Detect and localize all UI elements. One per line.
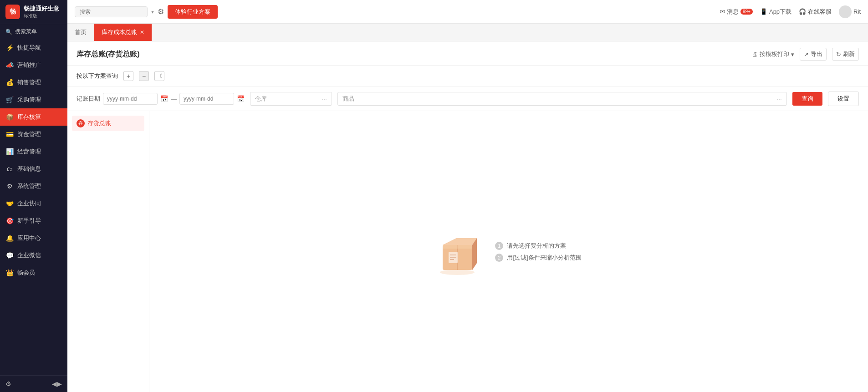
print-icon: 🖨 <box>752 51 758 58</box>
print-label: 按模板打印 <box>760 50 789 58</box>
guide-icon: 🎯 <box>5 217 14 225</box>
product-field[interactable]: 商品 ··· <box>337 92 787 106</box>
product-more-icon: ··· <box>776 95 782 102</box>
app-name: 畅捷通好生意 <box>24 5 59 13</box>
nav-label: 销售管理 <box>17 78 41 87</box>
topbar-left: ▾ ⚙ 体验行业方案 <box>75 5 715 19</box>
sidebar: 畅 畅捷通好生意 标准版 🔍 搜索菜单 ⚡ 快捷导航 📣 营销推广 💰 销售管理… <box>0 0 67 392</box>
step-1-text: 请先选择要分析的方案 <box>507 242 566 250</box>
sidebar-item-wechat[interactable]: 💬 企业微信 <box>0 247 67 264</box>
nav-label: 应用中心 <box>17 234 41 242</box>
sidebar-footer: ⚙ ◀▶ <box>0 375 67 392</box>
collapse-sidebar-icon[interactable]: ◀▶ <box>52 380 62 387</box>
tab-close-icon[interactable]: ✕ <box>140 29 144 36</box>
sidebar-search[interactable]: 🔍 搜索菜单 <box>0 24 67 39</box>
scheme-item-icon: 存 <box>77 119 85 127</box>
refresh-btn[interactable]: ↻ 刷新 <box>832 48 859 61</box>
settings-btn[interactable]: 设置 <box>828 92 859 106</box>
sidebar-item-purchase[interactable]: 🛒 采购管理 <box>0 91 67 108</box>
empty-step-2: 2 用[过滤]条件来缩小分析范围 <box>495 254 581 262</box>
filter-collapse-btn[interactable]: 《 <box>154 71 164 81</box>
date-start-input[interactable] <box>103 93 158 105</box>
industry-btn[interactable]: 体验行业方案 <box>168 5 218 19</box>
sidebar-item-operation[interactable]: 📊 经营管理 <box>0 143 67 160</box>
calendar-start-icon[interactable]: 📅 <box>160 95 168 102</box>
sidebar-item-sales[interactable]: 💰 销售管理 <box>0 74 67 91</box>
empty-illustration <box>436 229 481 275</box>
export-btn[interactable]: ↗ 导出 <box>800 48 827 61</box>
sidebar-item-quick-nav[interactable]: ⚡ 快捷导航 <box>0 39 67 56</box>
nav-label: 新手引导 <box>17 217 41 225</box>
chevron-down-icon[interactable]: ▾ <box>151 9 154 15</box>
gear-icon[interactable]: ⚙ <box>158 7 164 16</box>
operation-icon: 📊 <box>5 148 14 156</box>
sidebar-nav: ⚡ 快捷导航 📣 营销推广 💰 销售管理 🛒 采购管理 📦 库存核算 💳 资金管… <box>0 39 67 375</box>
user-avatar-btn[interactable]: Rit <box>839 5 861 18</box>
page-title: 库存总账(存货总账) <box>77 50 140 59</box>
product-placeholder: 商品 <box>342 95 774 103</box>
sidebar-item-system[interactable]: ⚙ 系统管理 <box>0 178 67 195</box>
message-icon: ✉ <box>720 8 725 15</box>
basic-icon: 🗂 <box>5 165 14 173</box>
query-btn[interactable]: 查询 <box>792 92 822 106</box>
export-icon: ↗ <box>804 51 809 58</box>
filter-add-btn[interactable]: + <box>123 71 133 81</box>
marketing-icon: 📣 <box>5 61 14 69</box>
logo-area: 畅 畅捷通好生意 标准版 <box>0 0 67 24</box>
headphone-icon: 🎧 <box>799 8 806 15</box>
quick-nav-icon: ⚡ <box>5 44 14 52</box>
sidebar-item-basic[interactable]: 🗂 基础信息 <box>0 160 67 178</box>
nav-label: 资金管理 <box>17 130 41 138</box>
scheme-sidebar: 存 存货总账 <box>67 111 149 392</box>
cooperation-icon: 🤝 <box>5 199 14 208</box>
phone-icon: 📱 <box>760 8 767 15</box>
sidebar-item-cooperation[interactable]: 🤝 企业协同 <box>0 195 67 212</box>
user-avatar <box>839 5 852 18</box>
page-area: 库存总账(存货总账) 🖨 按模板打印 ▾ ↗ 导出 ↻ 刷新 <box>67 41 868 392</box>
scheme-item-inventory-ledger[interactable]: 存 存货总账 <box>72 116 144 131</box>
sales-icon: 💰 <box>5 78 14 87</box>
wechat-icon: 💬 <box>5 251 14 260</box>
message-badge: 99+ <box>740 9 753 15</box>
tab-home[interactable]: 首页 <box>67 24 94 41</box>
date-end-input[interactable] <box>179 93 234 105</box>
filter-remove-btn[interactable]: − <box>139 71 149 81</box>
search-label: 搜索菜单 <box>15 28 37 36</box>
nav-label: 基础信息 <box>17 165 41 173</box>
empty-box-svg <box>436 229 486 279</box>
nav-label: 采购管理 <box>17 96 41 104</box>
panel-actions: 🖨 按模板打印 ▾ ↗ 导出 ↻ 刷新 <box>752 48 859 61</box>
chevron-down-icon: ▾ <box>791 51 794 58</box>
online-support-btn[interactable]: 🎧 在线客服 <box>799 8 832 16</box>
sidebar-item-member[interactable]: 👑 畅会员 <box>0 264 67 281</box>
nav-label: 企业协同 <box>17 199 41 208</box>
step-2-num: 2 <box>495 254 503 262</box>
purchase-icon: 🛒 <box>5 96 14 104</box>
user-name: Rit <box>853 8 861 15</box>
refresh-icon: ↻ <box>836 51 841 58</box>
settings-icon[interactable]: ⚙ <box>5 380 11 387</box>
calendar-end-icon[interactable]: 📅 <box>237 95 245 102</box>
app-download-btn[interactable]: 📱 App下载 <box>760 8 791 16</box>
nav-label: 经营管理 <box>17 148 41 156</box>
warehouse-field[interactable]: 仓库 ··· <box>250 92 332 106</box>
message-btn[interactable]: ✉ 消息 99+ <box>720 8 753 16</box>
date-field: 记账日期 📅 — 📅 <box>77 93 245 105</box>
print-btn[interactable]: 🖨 按模板打印 ▾ <box>752 50 794 58</box>
sidebar-item-guide[interactable]: 🎯 新手引导 <box>0 212 67 229</box>
empty-step-1: 1 请先选择要分析的方案 <box>495 242 581 250</box>
appstore-icon: 🔔 <box>5 234 14 242</box>
sidebar-item-marketing[interactable]: 📣 营销推广 <box>0 56 67 74</box>
member-icon: 👑 <box>5 269 14 277</box>
tab-inventory-ledger[interactable]: 库存成本总账 ✕ <box>94 24 152 41</box>
step-2-text: 用[过滤]条件来缩小分析范围 <box>507 254 581 262</box>
topbar-search-input[interactable] <box>75 6 148 17</box>
sidebar-item-appstore[interactable]: 🔔 应用中心 <box>0 229 67 247</box>
sidebar-item-inventory[interactable]: 📦 库存核算 <box>0 108 67 126</box>
sidebar-item-finance[interactable]: 💳 资金管理 <box>0 126 67 143</box>
nav-label: 畅会员 <box>17 269 35 277</box>
warehouse-more-icon: ··· <box>322 95 327 102</box>
topbar-right: ✉ 消息 99+ 📱 App下载 🎧 在线客服 Rit <box>720 5 861 18</box>
panel-header: 库存总账(存货总账) 🖨 按模板打印 ▾ ↗ 导出 ↻ 刷新 <box>67 41 868 66</box>
step-1-num: 1 <box>495 242 503 250</box>
